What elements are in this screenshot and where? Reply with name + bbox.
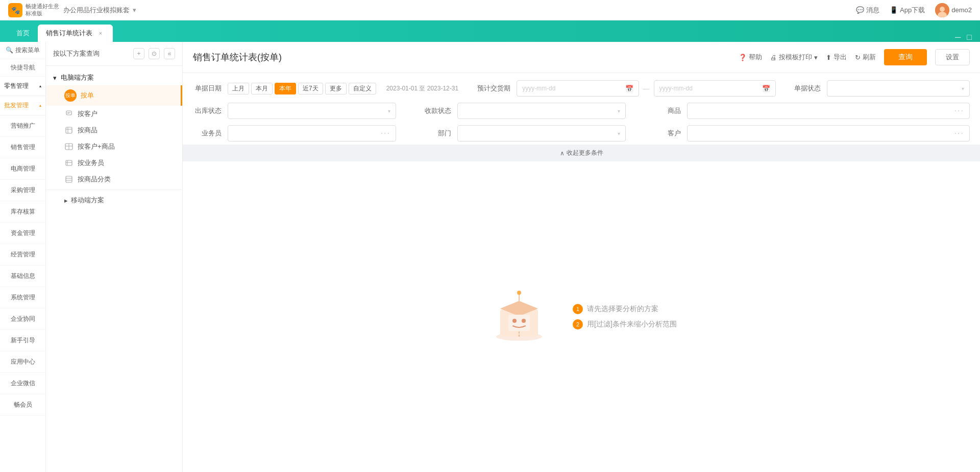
sidebar-item-member[interactable]: 畅会员: [0, 394, 45, 416]
edit-scheme-btn[interactable]: ⊙: [149, 48, 160, 59]
settings-btn[interactable]: 设置: [935, 49, 970, 65]
sidebar-item-wholesale[interactable]: 批发管理 ▴: [0, 96, 45, 115]
scheme-item-by-customer[interactable]: 按客户: [46, 106, 182, 122]
content-area: 按以下方案查询 + ⊙ « ▾ 电脑端方案: [46, 42, 980, 472]
payment-status-select[interactable]: ▾: [457, 103, 626, 119]
empty-area: 1 请先选择要分析的方案 2 用[过滤]条件来缩小分析范围: [183, 161, 980, 472]
date-btn-more[interactable]: 更多: [325, 83, 347, 95]
sidebar-item-purchase[interactable]: 采购管理: [0, 180, 45, 201]
user-area[interactable]: demo2: [935, 3, 972, 17]
delivery-date-from[interactable]: yyyy-mm-dd 📅: [517, 80, 639, 97]
date-btn-last-month[interactable]: 上月: [228, 83, 249, 95]
sidebar-group-wholesale: 批发管理 ▴: [0, 96, 45, 115]
order-status-select[interactable]: ▾: [827, 80, 970, 97]
sidebar-item-marketing[interactable]: 营销推广: [0, 115, 45, 137]
scheme-item-by-salesperson[interactable]: 按业务员: [46, 155, 182, 171]
tab-sales-order[interactable]: 销售订单统计表 ×: [38, 25, 113, 42]
breadcrumb-arrow-icon[interactable]: ▾: [133, 6, 136, 14]
tab-home[interactable]: 首页: [8, 25, 38, 42]
collapse-bar[interactable]: ∧ 收起更多条件: [183, 145, 980, 161]
date-btn-this-year[interactable]: 本年: [275, 83, 296, 95]
scheme-item-by-order[interactable]: 按单 按单: [46, 85, 182, 106]
add-scheme-btn[interactable]: +: [133, 48, 144, 59]
department-select[interactable]: ▾: [457, 125, 626, 141]
add-icon: +: [137, 50, 140, 57]
salesperson-select[interactable]: ···: [228, 125, 396, 141]
customer-goods-icon: [64, 142, 74, 151]
query-btn[interactable]: 查询: [884, 49, 927, 65]
help-icon: ❓: [739, 54, 747, 61]
page-header-top: 销售订单统计表(按单) ❓ 帮助 🖨 按模板打印 ▾ ⬆: [193, 49, 970, 65]
delivery-status-label: 出库状态: [193, 106, 222, 115]
message-label: 消息: [866, 6, 879, 15]
sidebar-item-enterprise[interactable]: 企业协同: [0, 309, 45, 330]
svg-point-26: [517, 291, 521, 295]
scheme-goods-label: 按商品: [78, 126, 97, 135]
page-actions: ❓ 帮助 🖨 按模板打印 ▾ ⬆ 导出 ↻: [739, 49, 970, 65]
pc-group-label: 电脑端方案: [61, 73, 94, 82]
hint-item-2: 2 用[过滤]条件来缩小分析范围: [573, 319, 677, 329]
sidebar-item-retail[interactable]: 零售管理 ▴: [0, 77, 45, 96]
tab-maximize-btn[interactable]: □: [967, 33, 972, 42]
customer-label: 客户: [652, 129, 681, 138]
delivery-date-to[interactable]: yyyy-mm-dd 📅: [654, 80, 776, 97]
breadcrumb-text: 办公用品行业模拟账套: [63, 6, 130, 15]
sidebar-item-ecommerce[interactable]: 电商管理: [0, 158, 45, 180]
goods-select[interactable]: ···: [687, 103, 970, 119]
app-download-action[interactable]: 📱 App下载: [890, 6, 925, 15]
collapse-panel-btn[interactable]: «: [164, 48, 175, 59]
sidebar-item-finance[interactable]: 资金管理: [0, 223, 45, 244]
tab-home-label: 首页: [16, 29, 30, 38]
hint-text-2: 用[过滤]条件来缩小分析范围: [587, 320, 677, 329]
hint-item-1: 1 请先选择要分析的方案: [573, 304, 677, 314]
sidebar-item-basic[interactable]: 基础信息: [0, 266, 45, 287]
right-panel: 销售订单统计表(按单) ❓ 帮助 🖨 按模板打印 ▾ ⬆: [183, 42, 980, 472]
goods-label: 商品: [652, 106, 681, 115]
app-download-icon: 📱: [890, 6, 898, 14]
customer-select[interactable]: ···: [687, 125, 970, 141]
logo-area: 🐾 畅捷通好生意 标准版: [8, 3, 59, 17]
export-btn[interactable]: ⬆ 导出: [826, 53, 847, 62]
pc-scheme-group-header[interactable]: ▾ 电脑端方案: [46, 70, 182, 85]
top-header: 🐾 畅捷通好生意 标准版 办公用品行业模拟账套 ▾ 💬 消息 📱 App下载 d…: [0, 0, 980, 20]
collapse-label: 收起更多条件: [567, 149, 603, 157]
scheme-customer-label: 按客户: [78, 109, 97, 119]
message-action[interactable]: 💬 消息: [856, 6, 879, 15]
sidebar-item-wechat[interactable]: 企业微信: [0, 373, 45, 394]
svg-rect-6: [66, 127, 72, 133]
tab-minimize-btn[interactable]: ─: [955, 33, 961, 42]
tab-close-icon[interactable]: ×: [96, 29, 105, 37]
date-btn-7days[interactable]: 近7天: [298, 83, 323, 95]
sidebar-nav-shortcut[interactable]: 快捷导航: [0, 59, 45, 77]
message-icon: 💬: [856, 6, 864, 14]
help-btn[interactable]: ❓ 帮助: [739, 53, 762, 62]
left-panel-title: 按以下方案查询: [53, 49, 129, 58]
date-btn-this-month[interactable]: 本月: [251, 83, 273, 95]
print-btn[interactable]: 🖨 按模板打印 ▾: [770, 53, 818, 62]
scheme-item-by-customer-goods[interactable]: 按客户+商品: [46, 138, 182, 155]
sidebar-item-appstore[interactable]: 应用中心: [0, 351, 45, 373]
date-btn-custom[interactable]: 自定义: [349, 83, 376, 95]
svg-point-23: [512, 319, 517, 323]
refresh-btn[interactable]: ↻ 刷新: [855, 53, 876, 62]
sidebar-item-operation[interactable]: 经营管理: [0, 244, 45, 266]
svg-point-1: [940, 7, 945, 12]
mobile-scheme-group-header[interactable]: ▸ 移动端方案: [46, 192, 182, 208]
goods-dots-icon: ···: [954, 106, 964, 115]
empty-illustration: [486, 283, 552, 351]
pc-scheme-group: ▾ 电脑端方案 按单 按单 按: [46, 70, 182, 187]
svg-rect-22: [508, 315, 530, 331]
search-icon: 🔍: [6, 46, 13, 54]
sidebar-item-sales[interactable]: 销售管理: [0, 137, 45, 158]
sidebar-item-system[interactable]: 系统管理: [0, 287, 45, 309]
app-download-label: App下载: [900, 6, 925, 15]
sidebar-item-newbie[interactable]: 新手引导: [0, 330, 45, 351]
sidebar-search[interactable]: 🔍 搜索菜单: [0, 42, 45, 59]
sidebar-item-inventory[interactable]: 库存核算: [0, 201, 45, 223]
customer-dots-icon: ···: [954, 129, 964, 138]
scheme-item-by-goods[interactable]: 按商品: [46, 122, 182, 138]
order-status-label: 单据状态: [792, 84, 821, 93]
delivery-status-select[interactable]: ▾: [228, 103, 396, 119]
left-panel: 按以下方案查询 + ⊙ « ▾ 电脑端方案: [46, 42, 183, 472]
scheme-item-by-category[interactable]: 按商品分类: [46, 171, 182, 187]
